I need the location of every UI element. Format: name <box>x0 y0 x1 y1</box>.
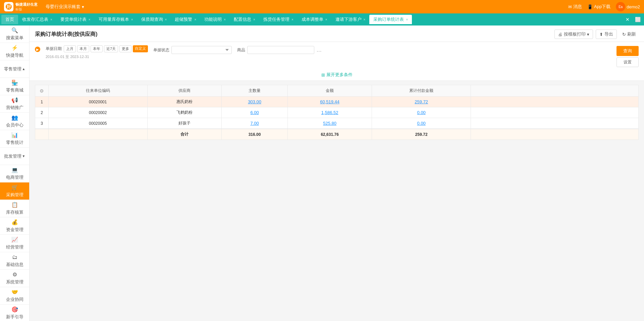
marketing-icon: 📢 <box>11 97 18 103</box>
close-icon[interactable]: × <box>364 18 366 21</box>
cell-no: 2 <box>35 107 49 118</box>
top-right: ✉ 消息 📱 App下载 Ea demo2 <box>568 2 640 11</box>
date-shortcuts: 上月 本月 本年 近7天 更多 自定义 <box>64 45 148 52</box>
sidebar-item-retailstat[interactable]: 📊 零售统计 <box>0 130 29 148</box>
tab-keyongliang[interactable]: 可用量库存账本 × <box>95 15 137 24</box>
refresh-icon: ↻ <box>622 32 626 37</box>
cell-code: 00020002 <box>49 107 148 118</box>
date-this-year-btn[interactable]: 本年 <box>91 45 103 52</box>
export-icon: ⬆ <box>599 32 603 37</box>
sidebar-item-purchase[interactable]: 🛒 采购管理 <box>0 182 29 200</box>
content-area: 采购订单统计表(按供应商) 🖨 按模板打印 ▾ ⬆ 导出 ↻ 刷新 <box>30 25 644 321</box>
close-icon[interactable]: × <box>253 18 255 21</box>
finance-icon: 💰 <box>11 219 18 225</box>
sidebar-item-newguide[interactable]: 🎯 新手引导 <box>0 305 29 321</box>
user-area[interactable]: Ea demo2 <box>616 2 640 11</box>
close-icon[interactable]: × <box>194 18 196 21</box>
tab-paihuo[interactable]: 拣货任务管理 × <box>259 15 298 24</box>
restore-btn[interactable]: ⬜ <box>633 16 643 23</box>
tab-home[interactable]: 首页 <box>1 15 18 24</box>
nav-tabs: 首页 收发存汇总表 × 要货单统计表 × 可用量库存账本 × 保质期查询 × 超… <box>0 13 644 25</box>
tab-gongneng[interactable]: 功能说明 × <box>200 15 230 24</box>
query-btn-group: 查询 设置 <box>616 46 639 67</box>
stat-icon: 📊 <box>11 132 18 138</box>
inventory-icon: 📋 <box>11 202 18 208</box>
sidebar-item-inventory[interactable]: 📋 库存核算 <box>0 200 29 217</box>
date-this-month-btn[interactable]: 本月 <box>77 45 89 52</box>
date-last-month-btn[interactable]: 上月 <box>64 45 76 52</box>
tab-chachuyujing[interactable]: 超储预警 × <box>171 15 200 24</box>
expand-row: ⊞ 展开更多条件 <box>30 68 644 81</box>
sidebar-item-enterprise[interactable]: 🤝 企业协同 <box>0 287 29 305</box>
close-icon[interactable]: × <box>131 18 133 21</box>
table-row: 1 00020001 惠氏奶粉 303.00 60,519.44 259.72 <box>35 97 639 107</box>
toggle-filter-btn[interactable]: ▶ <box>35 47 40 52</box>
goods-input[interactable] <box>247 46 314 54</box>
status-select[interactable]: 全部 待审核 已审核 <box>171 46 232 54</box>
guide-icon: 🎯 <box>11 306 18 313</box>
sidebar-item-ecommerce[interactable]: 💻 电商管理 <box>0 165 29 182</box>
cell-paid: 0.00 <box>372 118 471 129</box>
cell-code: 00020005 <box>49 118 148 129</box>
th-gear: ⚙ <box>35 85 49 97</box>
query-button[interactable]: 查询 <box>616 46 639 56</box>
refresh-button[interactable]: ↻ 刷新 <box>620 30 639 39</box>
sidebar-item-member[interactable]: 👥 会员中心 <box>0 113 29 130</box>
search-icon: 🔍 <box>11 27 18 34</box>
footer-extra <box>471 129 639 140</box>
tab-baozhi[interactable]: 保质期查询 × <box>137 15 171 24</box>
message-icon: ✉ <box>568 4 572 9</box>
sidebar-item-marketing[interactable]: 📢 营销推广 <box>0 95 29 113</box>
cell-extra <box>471 118 639 129</box>
app-download-btn[interactable]: 📱 App下载 <box>587 4 610 10</box>
tab-caigou[interactable]: 采购订单统计表 × <box>369 15 412 24</box>
date-more-btn[interactable]: 更多 <box>119 45 131 52</box>
sidebar-item-finance[interactable]: 💰 资金管理 <box>0 217 29 235</box>
sidebar-item-search[interactable]: 🔍 搜索菜单 <box>0 25 29 43</box>
close-icon[interactable]: × <box>50 18 52 21</box>
logo-area: 好 畅捷通好生意 标版 <box>4 2 38 12</box>
purchase-icon: 🛒 <box>11 184 18 191</box>
workspace-selector[interactable]: 母婴行业演示账套 ▾ <box>46 4 84 10</box>
more-options-icon[interactable]: … <box>316 47 322 53</box>
close-icon[interactable]: × <box>224 18 226 21</box>
footer-code <box>49 129 148 140</box>
close-icon[interactable]: × <box>406 18 408 21</box>
top-bar: 好 畅捷通好生意 标版 母婴行业演示账套 ▾ ✉ 消息 📱 App下载 Ea d… <box>0 0 644 13</box>
tab-chengben[interactable]: 成本调整单 × <box>298 15 331 24</box>
print-button[interactable]: 🖨 按模板打印 ▾ <box>554 30 593 39</box>
tab-peizhi[interactable]: 配置信息 × <box>230 15 259 24</box>
cell-quantity: 6.00 <box>222 107 288 118</box>
shop-icon: 🏪 <box>11 79 18 86</box>
sidebar-item-retail[interactable]: 零售管理 ▲ <box>0 60 29 78</box>
export-button[interactable]: ⬆ 导出 <box>596 30 617 39</box>
footer-label: 合计 <box>147 129 222 140</box>
sidebar-item-basic[interactable]: 🗂 基础信息 <box>0 252 29 270</box>
tab-yaohuodan[interactable]: 要货单统计表 × <box>56 15 95 24</box>
sidebar-item-quicknav[interactable]: ⚡ 快捷导航 <box>0 43 29 60</box>
close-icon[interactable]: × <box>291 18 293 21</box>
sidebar-item-retailshop[interactable]: 🏪 零售商城 <box>0 78 29 95</box>
column-gear-icon[interactable]: ⚙ <box>40 88 44 94</box>
date-filter: 单据日期 上月 本月 本年 近7天 更多 自定义 2016-01-01 至 20… <box>46 45 148 59</box>
table-wrapper: ⚙ 往来单位编码 供应商 主数量 金额 累计付款金额 1 00020001 <box>30 81 644 321</box>
message-btn[interactable]: ✉ 消息 <box>568 4 582 10</box>
close-icon[interactable]: × <box>325 18 327 21</box>
close-icon[interactable]: × <box>89 18 91 21</box>
close-icon[interactable]: × <box>165 18 167 21</box>
sidebar-item-wholesale[interactable]: 批发管理 ▼ <box>0 148 29 165</box>
member-icon: 👥 <box>11 114 18 121</box>
close-all-btn[interactable]: ✕ <box>624 16 632 23</box>
expand-more-btn[interactable]: ⊞ 展开更多条件 <box>321 72 353 78</box>
sidebar-item-system[interactable]: ⚙ 系统管理 <box>0 270 29 287</box>
workspace-name: 母婴行业演示账套 <box>46 4 80 10</box>
basic-icon: 🗂 <box>12 254 17 260</box>
operation-icon: 📈 <box>11 236 18 243</box>
sidebar-item-operation[interactable]: 📈 经营管理 <box>0 235 29 252</box>
setting-button[interactable]: 设置 <box>616 57 639 67</box>
date-7days-btn[interactable]: 近7天 <box>104 45 118 52</box>
tab-shoufazong[interactable]: 收发存汇总表 × <box>18 15 56 24</box>
tab-yaoqing[interactable]: 邀请下游客户 × <box>331 15 370 24</box>
ecommerce-icon: 💻 <box>11 167 18 173</box>
cell-amount: 60,519.44 <box>287 97 372 107</box>
